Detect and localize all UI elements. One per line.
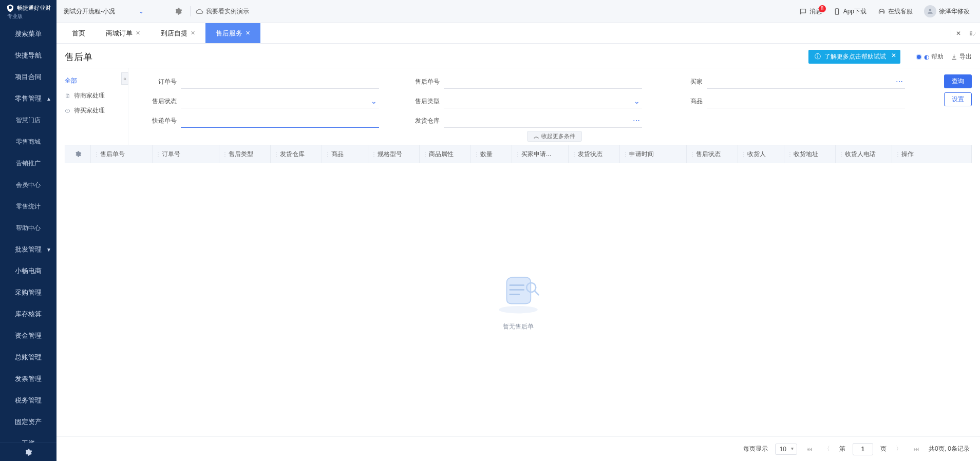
filter-side-1[interactable]: 🗎待商家处理 [56, 88, 128, 103]
column-settings[interactable] [65, 145, 91, 163]
sidebar-item-19[interactable]: 工资 [0, 433, 56, 443]
help-link[interactable]: ◐ 帮助 [917, 52, 944, 61]
col-12[interactable]: ⋮⋮收货人 [738, 145, 784, 163]
input-order-no[interactable] [181, 74, 379, 89]
prev-page-button[interactable]: 〈 [822, 445, 832, 453]
col-13[interactable]: ⋮⋮收货地址 [784, 145, 836, 163]
close-icon[interactable]: ✕ [891, 52, 896, 59]
settings-button[interactable]: 设置 [944, 92, 972, 106]
sidebar-item-10[interactable]: 批发管理▼ [0, 239, 56, 260]
user-menu[interactable]: 徐泽华修改 [921, 5, 973, 17]
sidebar-item-5[interactable]: 零售商城 [0, 131, 56, 152]
drag-icon[interactable]: ⋮⋮ [371, 151, 382, 157]
col-3[interactable]: ⋮⋮发货仓库 [271, 145, 322, 163]
sidebar-item-8[interactable]: 零售统计 [0, 196, 56, 217]
query-button[interactable]: 查询 [944, 74, 972, 88]
sidebar-item-0[interactable]: 搜索菜单 [0, 23, 56, 45]
col-11[interactable]: ⋮⋮售后状态 [687, 145, 738, 163]
last-page-button[interactable]: ⏭ [911, 446, 921, 453]
drag-icon[interactable]: ⋮⋮ [156, 151, 166, 157]
page-input[interactable] [853, 443, 873, 455]
col-7[interactable]: ⋮⋮数量 [471, 145, 512, 163]
sidebar-item-11[interactable]: 小畅电商 [0, 260, 56, 282]
chevron-down-icon[interactable]: ⌄ [634, 97, 640, 105]
input-after-no[interactable] [444, 74, 642, 89]
drag-icon[interactable]: ⋮⋮ [325, 151, 335, 157]
select-after-status[interactable] [181, 94, 379, 108]
drag-icon[interactable]: ⋮⋮ [515, 151, 525, 157]
chevron-down-icon[interactable]: ⌄ [371, 97, 377, 105]
sidebar-item-12[interactable]: 采购管理 [0, 282, 56, 303]
input-product[interactable] [707, 94, 905, 108]
col-9[interactable]: ⋮⋮发货状态 [569, 145, 620, 163]
drag-icon[interactable]: ⋮⋮ [222, 151, 233, 157]
org-name: 测试分开流程-小况 [64, 7, 115, 16]
sidebar-item-4[interactable]: 智慧门店 [0, 109, 56, 131]
drag-icon[interactable]: ⋮⋮ [839, 151, 849, 157]
org-selector[interactable]: 测试分开流程-小况 ⌄ [64, 7, 166, 16]
support-button[interactable]: 在线客服 [875, 7, 916, 16]
demo-link[interactable]: 我要看实例演示 [196, 7, 249, 16]
col-5[interactable]: ⋮⋮规格型号 [368, 145, 420, 163]
messages-button[interactable]: 消息 8 [796, 7, 825, 16]
drag-icon[interactable]: ⋮⋮ [423, 151, 433, 157]
input-ship-wh[interactable] [444, 113, 642, 128]
close-icon[interactable]: ✕ [191, 30, 195, 36]
input-express-no[interactable] [181, 113, 379, 128]
next-page-button[interactable]: 〉 [894, 445, 904, 453]
sidebar-settings[interactable] [0, 443, 56, 461]
input-buyer[interactable] [707, 74, 905, 89]
drag-icon[interactable]: ⋮⋮ [895, 151, 906, 157]
export-button[interactable]: 导出 [951, 52, 972, 61]
sidebar-item-7[interactable]: 会员中心 [0, 174, 56, 196]
col-15[interactable]: ⋮⋮操作 [892, 145, 944, 163]
sidebar-item-6[interactable]: 营销推广 [0, 152, 56, 174]
org-settings-button[interactable] [172, 5, 185, 18]
drag-icon[interactable]: ⋮⋮ [94, 151, 104, 157]
sidebar-item-9[interactable]: 帮助中心 [0, 217, 56, 239]
sidebar-item-16[interactable]: 发票管理 [0, 368, 56, 390]
col-14[interactable]: ⋮⋮收货人电话 [836, 145, 892, 163]
tab-2[interactable]: 到店自提✕ [150, 23, 205, 43]
more-icon[interactable]: ⋯ [896, 78, 903, 86]
sidebar-item-18[interactable]: 固定资产 [0, 411, 56, 433]
sidebar-item-17[interactable]: 税务管理 [0, 390, 56, 411]
first-page-button[interactable]: ⏮ [804, 446, 815, 453]
per-page-select[interactable]: 10 [775, 444, 797, 455]
tab-0[interactable]: 首页 [62, 23, 96, 43]
sidebar-item-3[interactable]: 零售管理▲ [0, 88, 56, 109]
tab-overflow[interactable]: �⵰ [969, 30, 976, 37]
more-icon[interactable]: ⋯ [633, 117, 640, 125]
close-all-tabs[interactable]: ✕ [951, 30, 965, 37]
tab-1[interactable]: 商城订单✕ [96, 23, 150, 43]
drag-icon[interactable]: ⋮⋮ [474, 151, 484, 157]
drag-icon[interactable]: ⋮⋮ [741, 151, 751, 157]
drag-icon[interactable]: ⋮⋮ [623, 151, 633, 157]
drag-icon[interactable]: ⋮⋮ [274, 151, 284, 157]
sidebar-item-2[interactable]: 项目合同 [0, 66, 56, 88]
drag-icon[interactable]: ⋮⋮ [690, 151, 700, 157]
col-10[interactable]: ⋮⋮申请时间 [620, 145, 687, 163]
sidebar-item-1[interactable]: 快捷导航 [0, 45, 56, 66]
sidebar-item-14[interactable]: 资金管理 [0, 325, 56, 347]
filter-form: 订单号 售后单号 买家 ⋯ 查询 设置 [128, 68, 980, 145]
col-8[interactable]: ⋮⋮买家申请... [512, 145, 569, 163]
close-icon[interactable]: ✕ [136, 30, 140, 36]
col-4[interactable]: ⋮⋮商品 [322, 145, 368, 163]
drag-icon[interactable]: ⋮⋮ [787, 151, 798, 157]
col-1[interactable]: ⋮⋮订单号 [153, 145, 219, 163]
select-after-type[interactable] [444, 94, 642, 108]
filter-side-2[interactable]: ⏲待买家处理 [56, 103, 128, 118]
collapse-filter-sidebar[interactable]: « [121, 72, 128, 85]
app-download-button[interactable]: App下载 [830, 7, 870, 16]
filter-side-0[interactable]: 全部 [56, 73, 128, 88]
tab-3[interactable]: 售后服务✕ [205, 23, 260, 43]
col-6[interactable]: ⋮⋮商品属性 [420, 145, 471, 163]
sidebar-item-13[interactable]: 库存核算 [0, 303, 56, 325]
sidebar-item-15[interactable]: 总账管理 [0, 347, 56, 368]
col-0[interactable]: ⋮⋮售后单号 [91, 145, 153, 163]
close-icon[interactable]: ✕ [246, 30, 250, 36]
collapse-filters-button[interactable]: ︽ 收起更多条件 [527, 131, 582, 142]
col-2[interactable]: ⋮⋮售后类型 [219, 145, 271, 163]
drag-icon[interactable]: ⋮⋮ [572, 151, 582, 157]
